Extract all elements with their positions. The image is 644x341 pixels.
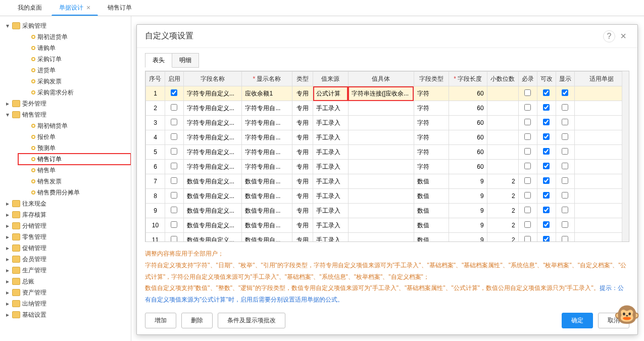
cell-body[interactable] <box>348 233 414 242</box>
cell-length[interactable]: 60 <box>449 130 487 145</box>
close-icon[interactable]: × <box>86 4 90 12</box>
table-row[interactable]: 5字符专用自定义...字符专用自...专用手工录入字符60 <box>146 145 629 160</box>
cell-source[interactable]: 手工录入 <box>313 204 349 218</box>
cell-source[interactable]: 手工录入 <box>313 160 349 174</box>
cell-displayname[interactable]: 数值专用自... <box>242 174 292 189</box>
cell-length[interactable]: 60 <box>449 101 487 116</box>
cell-apply[interactable] <box>574 233 628 242</box>
tree-node[interactable]: ▸库存核算 <box>4 209 131 220</box>
table-row[interactable]: 4字符专用自定义...字符专用自...专用手工录入字符60 <box>146 130 629 145</box>
cell-enable[interactable] <box>165 204 183 218</box>
tree-item[interactable]: 请购单 <box>18 42 131 54</box>
tree-node[interactable]: ▸分销管理 <box>4 220 131 231</box>
cell-length[interactable]: 60 <box>449 86 487 101</box>
cell-source[interactable]: 手工录入 <box>313 218 349 233</box>
tree-node[interactable]: ▸会员管理 <box>4 254 131 265</box>
cell-decimals[interactable] <box>487 145 518 160</box>
cell-required[interactable] <box>518 160 537 174</box>
cell-decimals[interactable]: 2 <box>487 218 518 233</box>
scrollbar[interactable] <box>622 71 629 241</box>
tree-node[interactable]: ▸促销管理 <box>4 242 131 254</box>
cell-length[interactable]: 60 <box>449 160 487 174</box>
cell-decimals[interactable]: 2 <box>487 174 518 189</box>
delete-button[interactable]: 删除 <box>181 313 213 328</box>
cell-enable[interactable] <box>165 145 183 160</box>
cell-length[interactable]: 60 <box>449 145 487 160</box>
cell-required[interactable] <box>518 204 537 218</box>
batch-button[interactable]: 条件及显示项批改 <box>218 313 285 328</box>
cell-show[interactable] <box>556 145 574 160</box>
cell-decimals[interactable] <box>487 130 518 145</box>
cell-displayname[interactable]: 字符专用自... <box>242 116 292 130</box>
cell-length[interactable]: 9 <box>449 174 487 189</box>
cell-fieldname[interactable]: 数值专用自定义... <box>183 174 242 189</box>
cell-fieldname[interactable]: 字符专用自定义... <box>183 86 242 101</box>
tree-item[interactable]: 销售单 <box>18 165 131 176</box>
cell-fieldname[interactable]: 字符专用自定义... <box>183 145 242 160</box>
cell-displayname[interactable]: 数值专用自... <box>242 204 292 218</box>
cell-required[interactable] <box>518 86 537 101</box>
cell-decimals[interactable] <box>487 116 518 130</box>
cell-fieldtype[interactable]: 数值 <box>414 204 449 218</box>
cell-body[interactable] <box>348 160 414 174</box>
tree-node[interactable]: ▸资产管理 <box>4 287 131 298</box>
cell-enable[interactable] <box>165 160 183 174</box>
cell-length[interactable]: 9 <box>449 218 487 233</box>
tree-purchase[interactable]: ▾采购管理 <box>4 20 131 31</box>
close-icon[interactable]: × <box>617 30 629 42</box>
cell-fieldtype[interactable]: 字符 <box>414 86 449 101</box>
cell-editable[interactable] <box>537 160 556 174</box>
cell-source[interactable]: 手工录入 <box>313 189 349 204</box>
table-row[interactable]: 8数值专用自定义...数值专用自...专用手工录入数值92 <box>146 189 629 204</box>
cell-show[interactable] <box>556 174 574 189</box>
cell-enable[interactable] <box>165 130 183 145</box>
cell-required[interactable] <box>518 174 537 189</box>
cell-apply[interactable] <box>574 189 628 204</box>
cell-fieldtype[interactable]: 数值 <box>414 218 449 233</box>
cell-body[interactable] <box>348 130 414 145</box>
cell-required[interactable] <box>518 130 537 145</box>
cell-length[interactable]: 9 <box>449 233 487 242</box>
cell-source[interactable]: 手工录入 <box>313 145 349 160</box>
cell-fieldname[interactable]: 字符专用自定义... <box>183 160 242 174</box>
cell-show[interactable] <box>556 204 574 218</box>
cell-enable[interactable] <box>165 86 183 101</box>
tree-item[interactable]: 报价单 <box>18 131 131 142</box>
subtab-detail[interactable]: 明细 <box>172 53 199 68</box>
add-button[interactable]: 增加 <box>145 313 176 328</box>
tree-item[interactable]: 采购订单 <box>18 54 131 65</box>
cell-displayname[interactable]: 字符专用自... <box>242 160 292 174</box>
cell-show[interactable] <box>556 189 574 204</box>
tree-item-sales-order[interactable]: 销售订单 <box>18 154 131 165</box>
cell-source[interactable]: 手工录入 <box>313 130 349 145</box>
cell-editable[interactable] <box>537 130 556 145</box>
cell-enable[interactable] <box>165 174 183 189</box>
cell-source[interactable]: 手工录入 <box>313 174 349 189</box>
cell-source[interactable]: 公式计算 <box>313 86 349 101</box>
cell-required[interactable] <box>518 189 537 204</box>
cell-source[interactable]: 手工录入 <box>313 101 349 116</box>
tree-item[interactable]: 预测单 <box>18 142 131 154</box>
cell-fieldname[interactable]: 字符专用自定义... <box>183 130 242 145</box>
cell-fieldname[interactable]: 字符专用自定义... <box>183 116 242 130</box>
cell-body[interactable] <box>348 145 414 160</box>
tab-desktop[interactable]: 我的桌面 <box>10 0 49 16</box>
cell-show[interactable] <box>556 116 574 130</box>
cell-body[interactable] <box>348 204 414 218</box>
cell-editable[interactable] <box>537 101 556 116</box>
fields-table[interactable]: 序号 启用 字段名称 显示名称 类型 值来源 值具体 字段类型 字段长度 小数位… <box>145 71 629 242</box>
cell-displayname[interactable]: 字符专用自... <box>242 101 292 116</box>
tree-item[interactable]: 销售发票 <box>18 176 131 187</box>
cell-fieldname[interactable]: 数值专用自定义... <box>183 218 242 233</box>
cell-required[interactable] <box>518 233 537 242</box>
table-row[interactable]: 3字符专用自定义...字符专用自...专用手工录入字符60 <box>146 116 629 130</box>
cell-enable[interactable] <box>165 233 183 242</box>
cell-fieldtype[interactable]: 字符 <box>414 116 449 130</box>
table-row[interactable]: 6字符专用自定义...字符专用自...专用手工录入字符60 <box>146 160 629 174</box>
cell-body[interactable] <box>348 101 414 116</box>
cell-fieldtype[interactable]: 字符 <box>414 130 449 145</box>
tree-item[interactable]: 销售费用分摊单 <box>18 187 131 198</box>
cell-source[interactable]: 手工录入 <box>313 233 349 242</box>
cell-apply[interactable] <box>574 145 628 160</box>
cell-apply[interactable] <box>574 160 628 174</box>
